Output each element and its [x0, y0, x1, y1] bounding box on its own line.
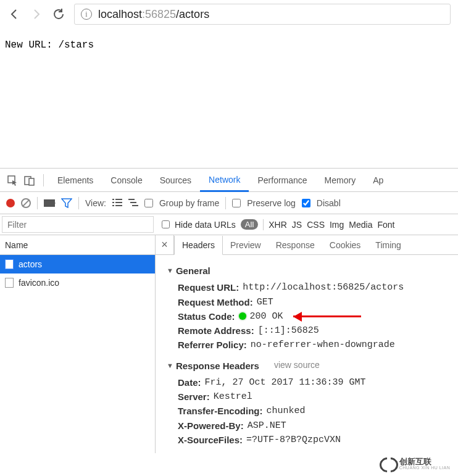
filter-type-css[interactable]: CSS [307, 220, 325, 230]
tab-memory[interactable]: Memory [316, 169, 365, 191]
date-value: Fri, 27 Oct 2017 11:36:39 GMT [205, 375, 366, 390]
back-button[interactable] [7, 7, 21, 21]
separator [43, 174, 44, 186]
filter-type-all[interactable]: All [241, 219, 258, 230]
network-row-actors[interactable]: actors [0, 255, 155, 273]
request-method-value: GET [257, 295, 273, 309]
status-code-value: 200 OK [250, 309, 283, 324]
disable-cache-checkbox[interactable] [302, 199, 310, 207]
request-url-key: Request URL: [178, 280, 239, 294]
filter-type-img[interactable]: Img [330, 220, 344, 230]
x-sourcefiles-key: X-SourceFiles: [178, 433, 243, 447]
svg-rect-3 [112, 199, 114, 200]
tab-network[interactable]: Network [200, 169, 249, 192]
view-source-link[interactable]: view source [274, 359, 320, 372]
filter-type-js[interactable]: JS [292, 220, 302, 230]
forward-button[interactable] [30, 7, 43, 21]
site-info-icon[interactable]: i [81, 9, 92, 20]
svg-rect-7 [112, 205, 114, 206]
detail-tab-response[interactable]: Response [269, 235, 322, 254]
preserve-log-checkbox[interactable] [232, 199, 241, 207]
svg-rect-5 [112, 202, 114, 203]
x-powered-by-value: ASP.NET [248, 419, 286, 433]
referrer-policy-key: Referrer Policy: [178, 338, 247, 352]
column-header-name[interactable]: Name [0, 235, 155, 255]
section-general[interactable]: ▼ General [167, 264, 447, 278]
view-label: View: [85, 198, 106, 208]
tab-console[interactable]: Console [102, 169, 151, 191]
reload-button[interactable] [52, 7, 65, 21]
filter-input[interactable] [2, 216, 154, 233]
file-icon [5, 259, 14, 269]
group-by-frame-checkbox[interactable] [144, 199, 153, 207]
remote-address-key: Remote Address: [178, 324, 254, 338]
x-powered-by-key: X-Powered-By: [178, 419, 244, 433]
tab-application[interactable]: Ap [364, 169, 392, 191]
server-value: Kestrel [214, 390, 252, 404]
element-picker-icon[interactable] [4, 172, 21, 189]
svg-rect-11 [132, 205, 138, 206]
collapse-icon: ▼ [167, 265, 173, 276]
url-bar[interactable]: i localhost:56825/actors [74, 4, 451, 25]
file-icon [5, 278, 14, 288]
server-key: Server: [178, 390, 210, 404]
remote-address-value: [::1]:56825 [258, 324, 319, 338]
detail-tab-cookies[interactable]: Cookies [322, 235, 368, 254]
clear-button[interactable] [21, 198, 31, 208]
watermark-logo-icon [381, 456, 397, 472]
section-response-headers[interactable]: ▼ Response Headers view source [167, 359, 447, 373]
date-key: Date: [178, 375, 201, 390]
status-code-key: Status Code: [178, 309, 235, 324]
request-method-key: Request Method: [178, 295, 253, 309]
capture-screenshot-icon[interactable] [44, 199, 55, 207]
transfer-encoding-key: Transfer-Encoding: [178, 404, 263, 418]
detail-tab-timing[interactable]: Timing [368, 235, 409, 254]
referrer-policy-value: no-referrer-when-downgrade [251, 338, 395, 352]
watermark: 创新互联 CHUANG XIN HU LIAN [375, 454, 456, 474]
status-dot-icon [239, 312, 246, 320]
hide-data-urls-checkbox[interactable] [162, 220, 170, 228]
detail-tab-headers[interactable]: Headers [174, 236, 223, 255]
view-list-icon[interactable] [112, 198, 122, 208]
filter-type-font[interactable]: Font [377, 220, 394, 230]
filter-icon[interactable] [61, 198, 72, 208]
svg-rect-2 [29, 178, 34, 185]
record-button[interactable] [6, 199, 15, 207]
detail-tab-preview[interactable]: Preview [223, 235, 269, 254]
page-content: New URL: /stars [0, 28, 458, 168]
network-row-favicon[interactable]: favicon.ico [0, 273, 155, 292]
group-by-frame-label: Group by frame [159, 198, 219, 208]
tab-performance[interactable]: Performance [249, 169, 315, 191]
tab-sources[interactable]: Sources [151, 169, 200, 191]
url-text: localhost:56825/actors [98, 8, 209, 21]
annotation-arrow [293, 314, 367, 319]
svg-rect-6 [115, 202, 122, 203]
request-url-value: http://localhost:56825/actors [243, 280, 404, 294]
collapse-icon: ▼ [167, 361, 173, 371]
svg-rect-4 [115, 199, 122, 200]
svg-rect-8 [115, 205, 122, 206]
hide-data-urls-label: Hide data URLs [175, 220, 236, 230]
disable-cache-label: Disabl [317, 198, 341, 208]
view-waterfall-icon[interactable] [128, 198, 138, 208]
device-toolbar-icon[interactable] [21, 172, 38, 189]
close-detail-button[interactable]: × [156, 235, 174, 254]
filter-type-xhr[interactable]: XHR [269, 220, 287, 230]
transfer-encoding-value: chunked [267, 404, 306, 418]
preserve-log-label: Preserve log [247, 198, 296, 208]
x-sourcefiles-value: =?UTF-8?B?QzpcVXN [246, 433, 341, 447]
svg-rect-10 [130, 202, 136, 203]
svg-rect-9 [128, 199, 135, 200]
tab-elements[interactable]: Elements [49, 169, 102, 191]
filter-type-media[interactable]: Media [349, 220, 372, 230]
